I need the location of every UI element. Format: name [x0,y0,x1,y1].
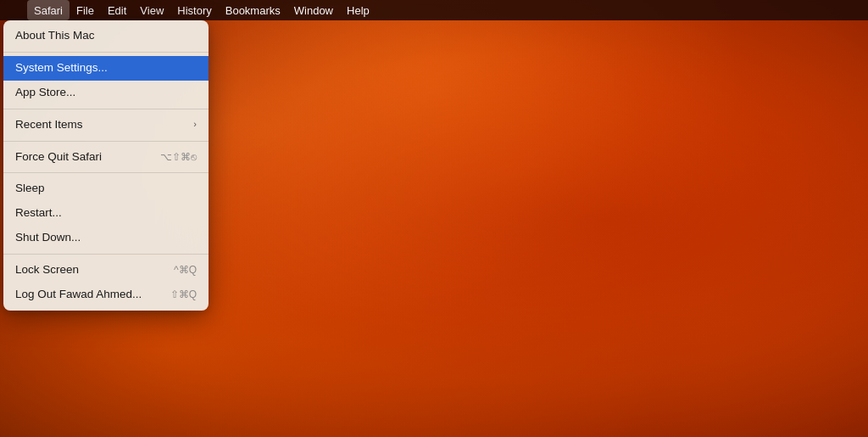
menubar-file[interactable]: File [70,0,101,20]
apple-menu-button[interactable] [7,0,24,20]
menu-restart[interactable]: Restart... [3,201,209,226]
chevron-right-icon: › [193,118,197,131]
menubar: Safari File Edit View History Bookmarks … [0,0,868,20]
menubar-view[interactable]: View [133,0,170,20]
separator-2 [3,109,209,109]
lock-screen-shortcut: ^⌘Q [174,263,197,277]
menu-shutdown[interactable]: Shut Down... [3,226,209,250]
menu-force-quit[interactable]: Force Quit Safari ⌥⇧⌘⎋ [3,145,209,170]
menu-logout[interactable]: Log Out Fawad Ahmed... ⇧⌘Q [3,283,209,307]
menubar-help[interactable]: Help [340,0,376,20]
separator-1 [3,52,209,53]
separator-4 [3,172,209,173]
menu-sleep[interactable]: Sleep [3,176,209,201]
separator-5 [3,254,209,255]
separator-3 [3,141,209,142]
menu-lock-screen[interactable]: Lock Screen ^⌘Q [3,258,209,283]
menubar-safari[interactable]: Safari [27,0,70,20]
menubar-window[interactable]: Window [287,0,340,20]
menu-recent-items[interactable]: Recent Items › [3,113,209,137]
menubar-bookmarks[interactable]: Bookmarks [219,0,287,20]
menubar-edit[interactable]: Edit [101,0,133,20]
apple-dropdown-menu: About This Mac System Settings... App St… [3,20,209,311]
menu-system-settings[interactable]: System Settings... [3,56,209,81]
force-quit-shortcut: ⌥⇧⌘⎋ [160,150,197,165]
menubar-history[interactable]: History [170,0,218,20]
menu-about-this-mac[interactable]: About This Mac [3,24,209,48]
menu-app-store[interactable]: App Store... [3,81,209,105]
logout-shortcut: ⇧⌘Q [170,288,197,302]
